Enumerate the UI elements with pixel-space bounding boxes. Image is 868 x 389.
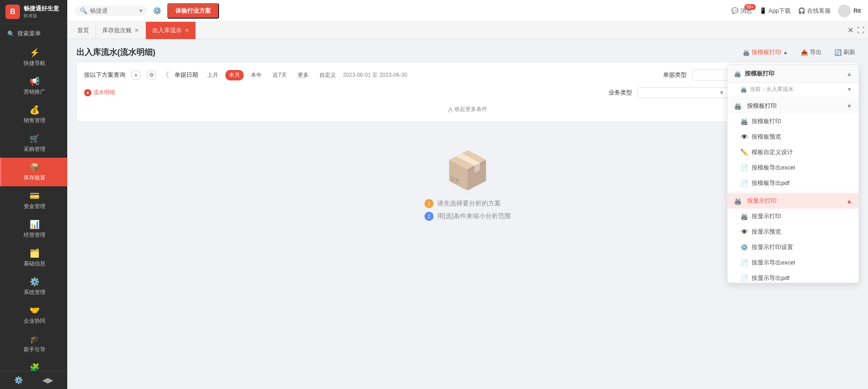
- template-preview-item[interactable]: 👁️ 按模板预览: [728, 129, 858, 145]
- tab-home[interactable]: 首页: [71, 22, 96, 39]
- current-template-label: 🖨️ 当前：出入库流水 ▼: [728, 83, 858, 96]
- finance-icon: 💳: [30, 191, 40, 201]
- display-print-settings-item[interactable]: ⚙️ 按显示打印设置: [728, 239, 858, 255]
- filter-add-button[interactable]: +: [131, 70, 141, 80]
- topbar-search-input[interactable]: [90, 7, 135, 14]
- sidebar-item-finance[interactable]: 💳 资金管理: [0, 186, 67, 215]
- guide-icon: 🎓: [30, 334, 40, 344]
- display-print-section-header[interactable]: 🖨️ 按显示打印 ▲: [728, 193, 858, 209]
- display-section-arrow: ▲: [846, 198, 852, 204]
- message-button[interactable]: 💬 消息 99+: [731, 7, 752, 15]
- close-window-icon[interactable]: ✕: [848, 26, 853, 35]
- date-option-this-year[interactable]: 本年: [247, 70, 265, 80]
- logo-text: 畅捷通好生意 标准版: [24, 5, 59, 19]
- display-section-icon: 🖨️: [734, 197, 742, 204]
- topbar-search[interactable]: 🔍 ▼: [75, 5, 147, 16]
- tab-batch-close-icon[interactable]: ✕: [135, 27, 139, 34]
- empty-illustration: 📦: [445, 149, 490, 192]
- sidebar-item-marketing[interactable]: 📢 营销推广: [0, 72, 67, 100]
- tab-flow[interactable]: 出入库流水 ✕: [146, 22, 196, 39]
- print-dropdown-arrow-icon: ▲: [783, 50, 788, 55]
- sidebar-nav: ⚡ 快捷导航 📢 营销推广 💰 销售管理 🛒 采购管理 📦 库存核算 💳 资金管…: [0, 43, 67, 371]
- sidebar-item-inventory[interactable]: 📦 库存核算: [0, 158, 67, 186]
- template-section-icon: 🖨️: [734, 102, 742, 110]
- current-label-icon: 🖨️: [740, 86, 747, 93]
- corp-collab-icon: 🤝: [30, 305, 40, 315]
- sidebar-item-label: 基础信息: [24, 260, 45, 268]
- tab-batch-account[interactable]: 库存批次账 ✕: [96, 22, 146, 39]
- template-custom-item[interactable]: ✏️ 模板自定义设计: [728, 145, 858, 160]
- sidebar-item-label: 快捷导航: [24, 60, 45, 67]
- trial-button[interactable]: 体验行业方案: [167, 3, 219, 19]
- display-preview-label: 按显示预览: [752, 228, 781, 236]
- template-export-excel-item[interactable]: 📄 按模板导出excel: [728, 160, 858, 175]
- date-option-7days[interactable]: 近7天: [269, 70, 290, 80]
- sidebar-item-purchase[interactable]: 🛒 采购管理: [0, 129, 67, 158]
- collapse-up-icon: ⋀: [448, 106, 453, 113]
- sidebar-item-label: 系统管理: [24, 289, 45, 296]
- template-excel-icon: 📄: [740, 164, 748, 171]
- sidebar-item-basic[interactable]: 🗂️ 基础信息: [0, 244, 67, 272]
- topbar: 🔍 ▼ ⚙️ 体验行业方案 💬 消息 99+ 📱 App下载 🎧 在线客服 Ri…: [67, 0, 868, 22]
- sidebar-search-area[interactable]: 🔍 搜索菜单: [0, 24, 67, 43]
- sidebar-item-guide[interactable]: 🎓 新手引导: [0, 329, 67, 358]
- display-section-label: 按显示打印: [747, 197, 777, 205]
- topbar-gear-icon[interactable]: ⚙️: [153, 6, 162, 15]
- logo-area: B 畅捷通好生意 标准版: [0, 0, 67, 24]
- date-option-this-month[interactable]: 本月: [225, 70, 244, 80]
- sidebar-item-quick-nav[interactable]: ⚡ 快捷导航: [0, 43, 67, 72]
- online-service-button[interactable]: 🎧 在线客服: [798, 7, 831, 15]
- print-template-button[interactable]: 🖨️ 按模板打印 ▲: [739, 46, 792, 58]
- date-option-more[interactable]: 更多: [294, 70, 312, 80]
- current-label-text: 当前：出入库流水: [750, 85, 793, 93]
- export-label: 导出: [810, 48, 822, 56]
- template-print-section-header[interactable]: 🖨️ 按模板打印 ▼: [728, 98, 858, 114]
- sidebar-item-label: 库存核算: [24, 174, 45, 182]
- user-area[interactable]: Rit: [838, 5, 861, 17]
- app-download-button[interactable]: 📱 App下载: [759, 7, 791, 15]
- display-export-pdf-item[interactable]: 📄 按显示导出pdf: [728, 270, 858, 283]
- template-export-pdf-item[interactable]: 📄 按模板导出pdf: [728, 175, 858, 191]
- date-option-last-month[interactable]: 上月: [204, 70, 222, 80]
- sidebar-settings-button[interactable]: ⚙️: [14, 376, 23, 384]
- biz-type-select[interactable]: ▼: [638, 87, 728, 98]
- date-option-custom[interactable]: 自定义: [316, 70, 339, 80]
- display-print-item[interactable]: 🖨️ 按显示打印: [728, 209, 858, 224]
- sidebar-item-sales[interactable]: 💰 销售管理: [0, 100, 67, 129]
- sidebar: B 畅捷通好生意 标准版 🔍 搜索菜单 ⚡ 快捷导航 📢 营销推广 💰 销售管理…: [0, 0, 67, 389]
- display-excel-icon: 📄: [740, 259, 748, 266]
- sidebar-bottom: ⚙️ ◀▶: [0, 371, 67, 389]
- tab-flow-close-icon[interactable]: ✕: [185, 27, 189, 34]
- app-name: 畅捷通好生意: [24, 5, 59, 13]
- filter-collapse-left-button[interactable]: 《: [162, 70, 169, 80]
- maximize-icon[interactable]: ⛶: [857, 26, 864, 35]
- search-menu-button[interactable]: 🔍 搜索菜单: [5, 28, 63, 40]
- biz-type-arrow-icon: ▼: [719, 90, 724, 96]
- filter-setting-button[interactable]: ⚙: [146, 70, 156, 80]
- refresh-label: 刷新: [843, 48, 855, 56]
- basic-icon: 🗂️: [30, 248, 40, 258]
- panel-collapse-icon[interactable]: ▲: [846, 70, 852, 77]
- sidebar-item-operations[interactable]: 📊 经营管理: [0, 215, 67, 244]
- display-settings-icon: ⚙️: [740, 244, 748, 251]
- export-button[interactable]: 📤 导出: [797, 46, 825, 58]
- filter-scheme-label: 按以下方案查询: [84, 71, 125, 79]
- collapse-label: 收起更多条件: [454, 105, 487, 113]
- refresh-button[interactable]: 🔄 刷新: [831, 46, 859, 58]
- template-preview-icon: 👁️: [740, 133, 748, 140]
- app-download-label: App下载: [768, 7, 791, 15]
- sidebar-item-app-center[interactable]: 🧩 应用中心: [0, 358, 67, 371]
- template-pdf-label: 按模板导出pdf: [752, 179, 789, 187]
- template-section-label: 按模板打印: [747, 102, 777, 110]
- panel-header: 🖨️ 按模板打印 ▲: [728, 65, 858, 83]
- print-icon: 🖨️: [743, 49, 750, 56]
- sidebar-item-corp-collab[interactable]: 🤝 企业协同: [0, 301, 67, 329]
- display-preview-item[interactable]: 👁️ 按显示预览: [728, 224, 858, 239]
- divider-1: [728, 97, 858, 97]
- sidebar-toggle-button[interactable]: ◀▶: [42, 376, 53, 384]
- display-export-excel-item[interactable]: 📄 按显示导出excel: [728, 255, 858, 270]
- sidebar-item-label: 经营管理: [24, 231, 45, 239]
- template-print-item[interactable]: 🖨️ 按模板打印: [728, 114, 858, 129]
- date-filters: 上月 本月 本年 近7天 更多 自定义 2023-06-01 至 2023-06…: [204, 70, 428, 80]
- sidebar-item-system[interactable]: ⚙️ 系统管理: [0, 272, 67, 301]
